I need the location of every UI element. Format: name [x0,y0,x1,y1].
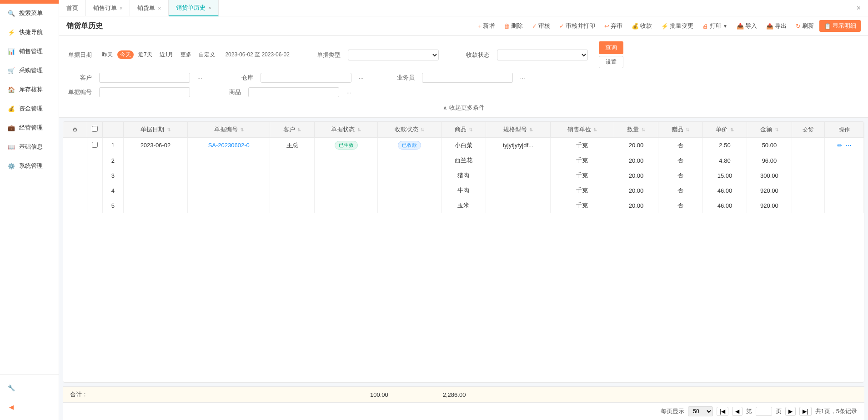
col-checkbox[interactable] [87,122,103,138]
col-unit[interactable]: 销售单位 ⇅ [551,122,614,138]
sidebar-settings-btn[interactable]: 🔧 [0,378,59,397]
review-print-btn[interactable]: ✓ 审核并打印 [556,20,599,32]
new-btn[interactable]: + 新增 [475,20,499,32]
col-payment-status[interactable]: 收款状态 ⇅ [378,122,442,138]
row-checkbox-cell[interactable] [87,198,103,213]
prev-page-btn[interactable]: ◀ [732,407,743,416]
sidebar-item-operations[interactable]: 💼 经营管理 [0,118,59,137]
row-checkbox-cell[interactable] [87,168,103,183]
sidebar-item-finance[interactable]: 💰 资金管理 [0,99,59,118]
select-all-checkbox[interactable] [92,126,98,132]
doc-no-link[interactable]: SA-20230602-0 [208,142,250,149]
setting-btn[interactable]: 设置 [599,56,623,68]
row-checkbox-cell[interactable] [87,138,103,153]
row-unit: 千克 [551,183,614,198]
product-dots[interactable]: ··· [346,89,351,96]
review-btn[interactable]: ✓ 审核 [528,20,554,32]
more-action-icon[interactable]: ⋯ [845,142,852,149]
query-btn[interactable]: 查询 [599,41,623,54]
sidebar-item-quick-nav[interactable]: ⚡ 快捷导航 [0,23,59,42]
sidebar-item-search[interactable]: 🔍 搜索菜单 [0,4,59,23]
first-page-btn[interactable]: |◀ [717,407,728,416]
col-spec[interactable]: 规格型号 ⇅ [486,122,551,138]
row-trade [792,138,825,153]
last-page-btn[interactable]: ▶| [799,407,811,416]
window-close-btn[interactable]: × [849,4,868,12]
customer-input[interactable] [99,73,190,83]
batch-change-btn[interactable]: ⚡ 批量变更 [657,20,697,32]
row-price: 15.00 [702,168,747,183]
shortcut-1month[interactable]: 近1月 [157,50,176,59]
sidebar-item-basics[interactable]: 📖 基础信息 [0,137,59,156]
current-page-input[interactable]: 1 [756,407,772,416]
table-settings-icon[interactable]: ⚙ [72,126,78,133]
print-btn[interactable]: 🖨 打印 ▼ [699,20,731,32]
date-shortcuts: 昨天 今天 近7天 近1月 更多 自定义 [99,50,218,59]
product-input[interactable] [248,87,339,97]
sidebar-item-sales-mgmt[interactable]: 📊 销售管理 [0,42,59,61]
warehouse-input[interactable] [261,73,351,83]
col-qty[interactable]: 数量 ⇅ [614,122,658,138]
row-checkbox-cell[interactable] [87,183,103,198]
col-price[interactable]: 单价 ⇅ [702,122,747,138]
col-customer[interactable]: 客户 ⇅ [270,122,315,138]
col-doc-no[interactable]: 单据编号 ⇅ [188,122,270,138]
import-btn[interactable]: 📥 导入 [733,20,761,32]
page-size-select[interactable]: 50 100 200 [688,406,713,416]
col-product[interactable]: 商品 ⇅ [441,122,486,138]
shortcut-7days[interactable]: 近7天 [135,50,155,59]
tab-sales-order-close[interactable]: × [120,5,122,11]
show-detail-btn[interactable]: 📋 显示明细 [819,20,861,32]
row-action-cell[interactable] [825,153,864,168]
row-doc-date [123,153,187,168]
tab-sales-delivery-close[interactable]: × [158,5,161,11]
tab-sales-history-close[interactable]: × [208,5,211,10]
plus-icon: + [478,23,482,30]
export-btn[interactable]: 📤 导出 [763,20,790,32]
sidebar-item-system[interactable]: ⚙️ 系统管理 [0,156,59,175]
tab-sales-history[interactable]: 销货单历史 × [169,0,219,16]
row-qty: 20.00 [614,138,658,153]
receive-btn[interactable]: 💰 收款 [628,20,656,32]
edit-action-icon[interactable]: ✏ [837,142,843,149]
filter-expand-btn[interactable]: ∧ 收起更多条件 [66,102,861,114]
sidebar-item-purchase-mgmt[interactable]: 🛒 采购管理 [0,61,59,80]
book-icon: 📖 [7,143,15,151]
next-page-btn[interactable]: ▶ [785,407,796,416]
row-action-cell[interactable] [825,198,864,213]
row-product: 小白菜 [441,138,486,153]
row-action-cell[interactable] [825,183,864,198]
delete-btn[interactable]: 🗑 删除 [500,20,527,32]
sidebar-collapse-btn[interactable]: ◀ [0,397,59,416]
shortcut-yesterday[interactable]: 昨天 [99,50,115,59]
refresh-btn[interactable]: ↻ 刷新 [792,20,818,32]
row-action-cell[interactable]: ✏ ⋯ [825,138,864,153]
print-icon: 🖨 [702,23,708,30]
col-doc-status[interactable]: 单据状态 ⇅ [314,122,378,138]
payment-status-select[interactable] [497,50,588,60]
row-action-cell[interactable] [825,168,864,183]
doc-type-select[interactable] [348,50,439,60]
row-checkbox[interactable] [92,142,98,148]
shortcut-more[interactable]: 更多 [178,50,194,59]
col-settings[interactable]: ⚙ [63,122,87,138]
tab-home[interactable]: 首页 [59,0,86,16]
sales-rep-input[interactable] [422,73,513,83]
row-checkbox-cell[interactable] [87,153,103,168]
abandon-btn[interactable]: ↩ 弃审 [601,20,626,32]
customer-dots[interactable]: ··· [197,75,202,81]
money-icon: 💰 [7,105,15,113]
col-gift[interactable]: 赠品 ⇅ [658,122,703,138]
shortcut-today[interactable]: 今天 [117,50,134,59]
doc-type-label: 单据类型 [315,51,341,59]
row-doc-no[interactable]: SA-20230602-0 [188,138,270,153]
sales-rep-dots[interactable]: ··· [520,75,525,81]
tab-sales-delivery[interactable]: 销货单 × [130,0,168,16]
col-amount[interactable]: 金额 ⇅ [747,122,792,138]
col-doc-date[interactable]: 单据日期 ⇅ [123,122,187,138]
shortcut-custom[interactable]: 自定义 [196,50,218,59]
warehouse-dots[interactable]: ··· [359,75,364,81]
doc-no-input[interactable] [99,87,190,97]
sidebar-item-inventory[interactable]: 🏠 库存核算 [0,80,59,99]
tab-sales-order[interactable]: 销售订单 × [86,0,130,16]
